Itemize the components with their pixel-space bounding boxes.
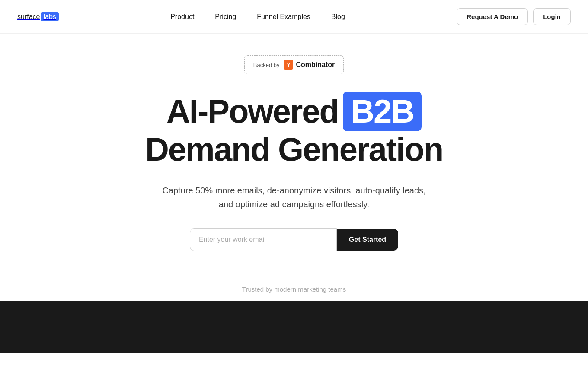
bottom-section — [0, 301, 588, 353]
email-input[interactable] — [190, 228, 337, 251]
trusted-text: Trusted by modern marketing teams — [242, 285, 346, 293]
headline-b2b: B2B — [343, 92, 422, 131]
logo-labs: labs — [41, 12, 58, 21]
headline-ai-powered: AI-Powered — [166, 93, 339, 130]
email-form: Get Started — [190, 228, 398, 251]
nav-link-product[interactable]: Product — [162, 10, 203, 24]
nav-link-pricing[interactable]: Pricing — [206, 10, 245, 24]
request-demo-button[interactable]: Request A Demo — [457, 8, 528, 25]
headline-line1: AI-PoweredB2B — [145, 92, 443, 131]
hero-section: Backed by Y Combinator AI-PoweredB2B Dem… — [0, 34, 588, 293]
yc-badge: Backed by Y Combinator — [244, 55, 344, 74]
logo[interactable]: surfacelabs — [17, 13, 59, 21]
login-button[interactable]: Login — [533, 8, 571, 25]
yc-combinator-text: Combinator — [296, 61, 335, 69]
hero-subtext: Capture 50% more emails, de-anonymize vi… — [160, 184, 428, 211]
yc-logo: Y Combinator — [284, 60, 335, 70]
logo-surface: surface — [17, 13, 40, 20]
nav-links: Product Pricing Funnel Examples Blog — [162, 13, 354, 21]
yc-y-icon: Y — [284, 60, 293, 70]
nav-actions: Request A Demo Login — [457, 8, 571, 25]
yc-backed-label: Backed by — [253, 62, 280, 68]
navbar: surfacelabs Product Pricing Funnel Examp… — [0, 0, 588, 34]
nav-link-funnel-examples[interactable]: Funnel Examples — [248, 10, 319, 24]
hero-headline: AI-PoweredB2B Demand Generation — [145, 92, 443, 167]
headline-demand-generation: Demand Generation — [145, 131, 443, 168]
nav-link-blog[interactable]: Blog — [323, 10, 354, 24]
get-started-button[interactable]: Get Started — [337, 229, 398, 251]
